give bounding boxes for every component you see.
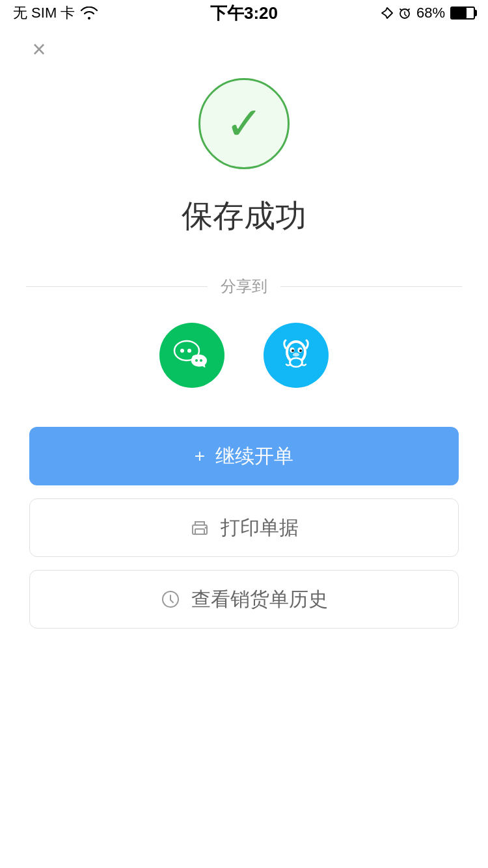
print-button[interactable]: 打印单据	[29, 498, 459, 557]
svg-point-4	[195, 359, 198, 362]
share-icons-container	[159, 323, 329, 388]
action-buttons: + 继续开单 打印单据 查看销货单历史	[29, 427, 459, 629]
qq-share-button[interactable]	[264, 323, 329, 388]
svg-point-10	[291, 349, 294, 352]
svg-point-3	[187, 349, 191, 353]
status-right: 68%	[381, 5, 475, 21]
share-divider: 分享到	[0, 276, 488, 297]
success-circle: ✓	[198, 78, 290, 169]
wechat-share-button[interactable]	[159, 323, 224, 388]
status-time: 下午3:20	[210, 2, 278, 25]
checkmark-icon: ✓	[225, 101, 264, 146]
print-label: 打印单据	[221, 515, 299, 541]
status-left: 无 SIM 卡	[13, 3, 98, 23]
svg-point-12	[293, 353, 299, 357]
qq-icon	[277, 336, 315, 374]
divider-line-left	[26, 286, 208, 287]
sim-text: 无 SIM 卡	[13, 3, 75, 23]
plus-icon: +	[195, 446, 205, 467]
svg-point-17	[205, 527, 207, 529]
svg-point-5	[200, 359, 202, 362]
success-title: 保存成功	[182, 195, 306, 237]
battery-icon	[450, 7, 475, 20]
main-content: ✓ 保存成功 分享到	[0, 26, 488, 629]
wifi-icon	[80, 7, 98, 20]
status-bar: 无 SIM 卡 下午3:20 68%	[0, 0, 488, 26]
history-button[interactable]: 查看销货单历史	[29, 570, 459, 629]
continue-button[interactable]: + 继续开单	[29, 427, 459, 485]
close-icon: ×	[32, 38, 46, 61]
alarm-icon	[398, 7, 411, 20]
history-label: 查看销货单历史	[191, 586, 328, 613]
clock-icon	[160, 589, 181, 610]
printer-icon	[189, 517, 210, 538]
svg-point-11	[299, 349, 302, 352]
continue-label: 继续开单	[215, 443, 293, 470]
location-icon	[381, 7, 393, 19]
svg-point-14	[291, 359, 301, 366]
svg-rect-16	[195, 529, 204, 534]
wechat-icon	[173, 338, 211, 372]
battery-percent: 68%	[416, 5, 445, 21]
share-label: 分享到	[208, 276, 280, 297]
svg-point-2	[180, 349, 184, 353]
divider-line-right	[280, 286, 462, 287]
close-button[interactable]: ×	[23, 34, 55, 65]
